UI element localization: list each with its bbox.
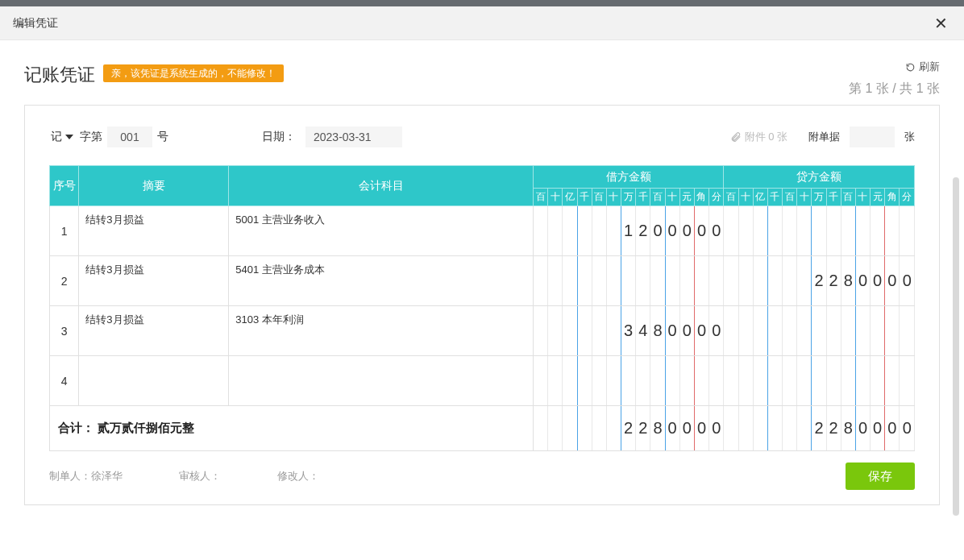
credit-digit [855,206,870,256]
digit-header: 百 [650,189,665,206]
debit-digit [563,356,577,406]
digit-header: 万 [621,189,636,206]
credit-digit [812,306,826,356]
row-account[interactable] [229,356,534,406]
table-row[interactable]: 1结转3月损益5001 主营业务收入1200000 [50,206,915,256]
receipt-count-input[interactable] [850,127,895,147]
credit-digit [797,406,812,451]
debit-digit [592,356,606,406]
debit-digit [534,206,548,256]
debit-digit [665,256,679,306]
attachment-text: 附件 0 张 [745,130,787,144]
debit-digit: 0 [709,406,724,451]
debit-digit: 8 [650,406,665,451]
save-button[interactable]: 保存 [846,463,915,490]
credit-digit [826,306,841,356]
credit-digit: 0 [885,256,900,306]
row-account[interactable]: 3103 本年利润 [229,306,534,356]
debit-digit: 0 [694,306,708,356]
debit-digit: 0 [679,406,694,451]
credit-digit: 2 [812,406,826,451]
row-summary[interactable]: 结转3月损益 [79,256,229,306]
maker-info: 制单人：徐泽华 [49,469,123,483]
digit-header: 十 [855,189,870,206]
row-account[interactable]: 5401 主营业务成本 [229,256,534,306]
credit-digit [767,256,782,306]
debit-digit [534,306,548,356]
digit-header: 亿 [563,189,577,206]
table-row[interactable]: 4 [50,356,915,406]
col-credit: 贷方金额 [724,166,915,189]
debit-digit [709,356,724,406]
debit-digit: 0 [694,206,708,256]
pager-info: 第 1 张 / 共 1 张 [849,81,940,97]
debit-digit: 2 [636,406,650,451]
digit-header: 千 [767,189,782,206]
credit-digit [738,206,753,256]
debit-digit [592,206,606,256]
credit-digit: 8 [841,406,855,451]
debit-digit: 1 [621,206,636,256]
modal-header: 编辑凭证 ✕ [0,6,964,40]
digit-header: 万 [812,189,826,206]
row-account[interactable]: 5001 主营业务收入 [229,206,534,256]
scrollbar-thumb[interactable] [953,177,959,516]
col-debit: 借方金额 [534,166,724,189]
modal-body: 记账凭证 亲，该凭证是系统生成的，不能修改！ 刷新 第 1 张 / 共 1 张 … [0,40,964,560]
digit-header: 分 [709,189,724,206]
credit-digit: 0 [900,256,915,306]
digit-header: 百 [783,189,797,206]
debit-digit [709,256,724,306]
digit-header: 元 [679,189,694,206]
credit-digit [753,356,767,406]
debit-digit [534,356,548,406]
window-chrome-remnant [0,0,964,6]
readonly-warning-tag: 亲，该凭证是系统生成的，不能修改！ [103,64,284,82]
debit-digit [606,256,621,306]
debit-digit [548,306,563,356]
table-row[interactable]: 2结转3月损益5401 主营业务成本2280000 [50,256,915,306]
refresh-button[interactable]: 刷新 [905,60,940,74]
row-summary[interactable]: 结转3月损益 [79,206,229,256]
row-index: 1 [50,206,79,256]
debit-digit [563,256,577,306]
modal-title: 编辑凭证 [13,16,58,31]
digit-header: 十 [548,189,563,206]
debit-digit [548,356,563,406]
debit-digit: 3 [621,306,636,356]
digit-header: 十 [797,189,812,206]
debit-digit [665,356,679,406]
paperclip-icon [730,131,742,143]
digit-header: 角 [885,189,900,206]
digit-header: 千 [577,189,592,206]
debit-digit [636,256,650,306]
credit-digit [841,306,855,356]
voucher-date-input[interactable] [305,127,402,147]
table-header: 序号 摘要 会计科目 借方金额 贷方金额 百十亿千百十万千百十元角分百十亿千百十… [50,166,915,206]
debit-digit [548,206,563,256]
row-summary[interactable]: 结转3月损益 [79,306,229,356]
row-summary[interactable] [79,356,229,406]
credit-digit [724,256,738,306]
debit-digit [606,406,621,451]
table-row[interactable]: 3结转3月损益3103 本年利润3480000 [50,306,915,356]
credit-digit [753,256,767,306]
voucher-type-select[interactable]: 记 [49,127,75,147]
total-label: 合计： 贰万贰仟捌佰元整 [50,406,534,451]
debit-digit [563,406,577,451]
voucher-meta-row: 记 字第 号 日期： 附件 0 张 附单据 张 [49,127,915,147]
debit-digit [650,256,665,306]
debit-digit: 8 [650,306,665,356]
credit-digit [783,356,797,406]
credit-digit [783,206,797,256]
attachment-link[interactable]: 附件 0 张 [730,130,787,144]
credit-digit [753,206,767,256]
credit-digit [753,406,767,451]
voucher-number-input[interactable] [107,127,152,147]
close-icon[interactable]: ✕ [931,10,951,36]
chevron-down-icon [65,135,73,139]
digit-header: 百 [592,189,606,206]
credit-digit [900,356,915,406]
credit-digit [900,206,915,256]
credit-digit [767,206,782,256]
